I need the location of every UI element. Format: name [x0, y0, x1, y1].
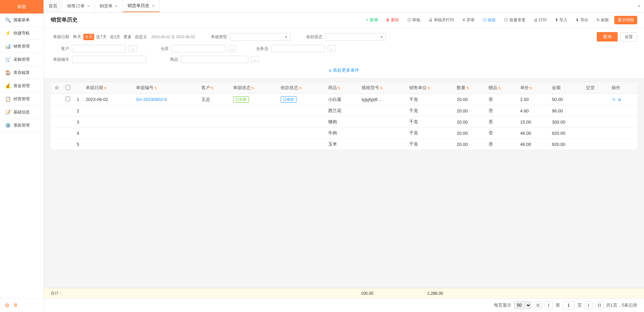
refresh-button[interactable]: ↻ 刷新: [594, 16, 612, 24]
col-price-header[interactable]: 单价⇅: [517, 82, 549, 94]
current-page-input[interactable]: [563, 301, 575, 309]
tab-close-all[interactable]: ✕: [634, 2, 644, 10]
col-spec-header[interactable]: 规格型号⇅: [359, 82, 407, 94]
sidebar-item-purchase-label: 采购管理: [13, 57, 30, 62]
salesman-ellipsis-btn[interactable]: ...: [328, 45, 336, 52]
row-price-cell: 15.00: [517, 116, 549, 128]
print-button[interactable]: 🖨 打印: [531, 16, 550, 24]
sidebar-item-purchase[interactable]: 🛒 采购管理: [0, 53, 44, 66]
review-print-button[interactable]: 🖨 审核并打印: [426, 16, 456, 24]
row-checkbox[interactable]: [65, 97, 70, 101]
import-button[interactable]: ⬆ 导入: [552, 16, 570, 24]
setting-button[interactable]: 设置: [620, 32, 637, 42]
tab-sales-goods-close[interactable]: ✕: [115, 4, 118, 8]
next-page-button[interactable]: ⟩: [585, 301, 593, 309]
tab-sales-history-close[interactable]: ✕: [152, 4, 155, 8]
collect-button[interactable]: ◎ 收款: [480, 16, 499, 24]
copy-op-button[interactable]: ⧉: [617, 97, 622, 102]
sidebar-item-search[interactable]: 🔍 搜索菜单: [0, 14, 44, 27]
sidebar-item-finance-label: 资金管理: [13, 83, 30, 89]
page-label-after: 页: [578, 302, 582, 308]
operation-icon: 📋: [5, 96, 11, 102]
row-doc-date-cell: 2023-06-02: [83, 94, 133, 105]
sidebar-item-system[interactable]: ⚙️ 系统管理: [0, 119, 44, 132]
sidebar-collapse-btn[interactable]: ⏸: [13, 302, 18, 309]
sidebar-settings-btn[interactable]: ⚙: [5, 302, 9, 309]
customer-filter: 客户 ...: [51, 45, 137, 52]
col-doc-date-header[interactable]: 单据日期⇅: [83, 82, 133, 94]
col-doc-date-label: 单据日期: [86, 85, 103, 90]
col-doc-status-header[interactable]: 单据状态⇅: [230, 82, 278, 94]
quick-nav-icon: ⚡: [5, 30, 11, 36]
doc-no-input[interactable]: [72, 56, 146, 63]
col-gift-header[interactable]: 赠品⇅: [486, 82, 517, 94]
batch-change-button[interactable]: ◎ 批量变更: [501, 16, 528, 24]
edit-op-button[interactable]: ✎: [612, 97, 616, 102]
col-collect-status-header[interactable]: 收款状态⇅: [278, 82, 326, 94]
tab-sales-goods[interactable]: 销货单 ✕: [95, 0, 123, 12]
shortcut-more[interactable]: 更多: [122, 34, 133, 40]
sidebar-item-finance[interactable]: 💰 资金管理: [0, 79, 44, 93]
shortcut-yesterday[interactable]: 昨天: [72, 34, 83, 40]
collapse-button[interactable]: ∧ 收起更多条件: [328, 67, 360, 74]
abandon-button[interactable]: ✕ 弃审: [459, 16, 477, 24]
col-customer-header[interactable]: 客户⇅: [199, 82, 230, 94]
warehouse-ellipsis-btn[interactable]: ...: [228, 45, 236, 52]
sidebar-item-basic[interactable]: 📝 基础信息: [0, 106, 44, 119]
shortcut-7days[interactable]: 近7天: [95, 34, 108, 40]
table-header-row: ⚙ 单据日期⇅ 单据编号⇅ 客户⇅ 单据状态⇅ 收款状态⇅ 商品⇅ 规格型号⇅ …: [51, 82, 637, 94]
shortcut-today[interactable]: 今天: [83, 34, 94, 40]
row-doc-no-cell: [133, 116, 199, 128]
row-collect-status-cell: [278, 116, 326, 128]
first-page-button[interactable]: ⟨⟨: [534, 301, 542, 309]
shortcut-custom[interactable]: 自定义: [134, 34, 148, 40]
col-doc-no-label: 单据编号: [136, 85, 153, 90]
goods-ellipsis-btn[interactable]: ...: [251, 56, 259, 63]
select-all-checkbox[interactable]: [65, 85, 70, 90]
row-operation-cell: ✎ ⧉: [609, 94, 637, 105]
table-row: 3 猪肉 千克 20.00 否 15.00 300.00: [51, 116, 637, 128]
col-qty-header[interactable]: 数量⇅: [454, 82, 486, 94]
export-button[interactable]: ⬇ 导出: [573, 16, 591, 24]
sidebar-item-operation[interactable]: 📋 经营管理: [0, 93, 44, 106]
shortcut-1month[interactable]: 近1月: [109, 34, 122, 40]
col-unit-header[interactable]: 销售单位⇅: [407, 82, 454, 94]
sort-qty-icon: ⇅: [466, 86, 469, 90]
col-doc-no-header[interactable]: 单据编号⇅: [133, 82, 199, 94]
row-goods-cell: 玉米: [326, 139, 359, 150]
page-header: 销货单历史 + 新增 🗑 删除 ◎ 审核 🖨 审核并打印 ✕ 弃审 ◎ 收款 ◎…: [44, 12, 644, 28]
per-page-select[interactable]: 50 100: [514, 301, 531, 309]
last-page-button[interactable]: ⟩⟩: [595, 301, 604, 309]
sidebar-item-quicknav[interactable]: ⚡ 快捷导航: [0, 27, 44, 40]
goods-input[interactable]: [181, 56, 248, 63]
main-area: 首页 销售订单 ✕ 销货单 ✕ 销货单历史 ✕ ✕ 销货单历史 + 新增 🗑 删…: [44, 0, 644, 312]
query-button[interactable]: 查询: [597, 32, 618, 42]
prev-page-button[interactable]: ⟨: [545, 301, 553, 309]
delete-button[interactable]: 🗑 删除: [383, 16, 402, 24]
gear-icon[interactable]: ⚙: [55, 85, 59, 90]
customer-ellipsis-btn[interactable]: ...: [129, 45, 137, 52]
review-button[interactable]: ◎ 审核: [404, 16, 423, 24]
new-button[interactable]: + 新增: [363, 16, 380, 24]
collect-status-input[interactable]: [325, 33, 386, 41]
salesman-input[interactable]: [271, 45, 325, 52]
row-check-cell: [63, 105, 73, 116]
warehouse-input[interactable]: [171, 45, 225, 52]
row-unit-cell: 千克: [407, 94, 454, 105]
tab-home[interactable]: 首页: [44, 0, 62, 12]
tab-sales-order-close[interactable]: ✕: [87, 4, 90, 8]
row-no-cell: 5: [73, 139, 83, 150]
sidebar-item-inventory[interactable]: 🏠 库存核算: [0, 66, 44, 79]
row-operation-cell: [609, 116, 637, 128]
customer-input[interactable]: [72, 45, 126, 52]
doc-no-link[interactable]: SA-20230602-0: [136, 97, 167, 102]
col-settings-header[interactable]: ⚙: [51, 82, 63, 94]
sidebar-item-sales[interactable]: 📊 销售管理: [0, 40, 44, 53]
tab-sales-history[interactable]: 销货单历史 ✕: [123, 0, 160, 12]
sidebar-bottom-actions: ⚙ ⏸: [0, 298, 44, 312]
col-goods-header[interactable]: 商品⇅: [326, 82, 359, 94]
row-amount-cell: 920.00: [549, 139, 583, 150]
tab-sales-order[interactable]: 销售订单 ✕: [62, 0, 95, 12]
show-detail-button[interactable]: 显示明细: [614, 16, 637, 24]
doc-type-input[interactable]: [230, 33, 290, 41]
